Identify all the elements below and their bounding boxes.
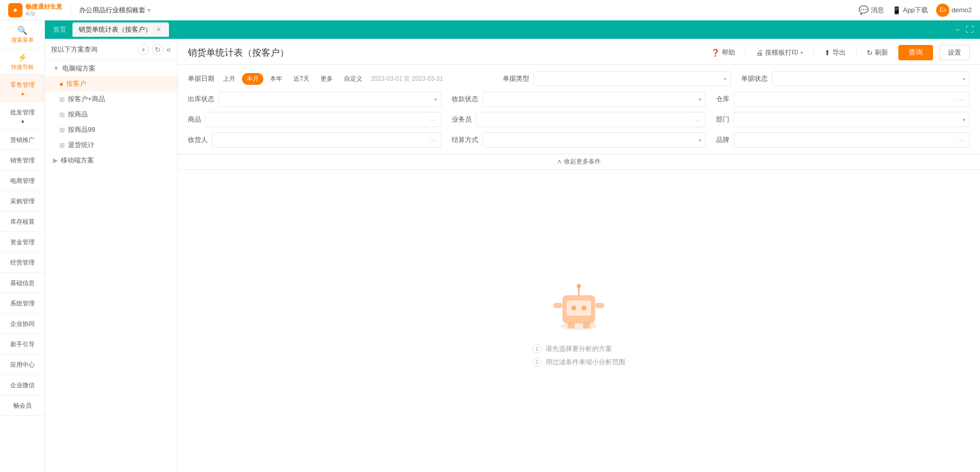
date-this-month[interactable]: 本月 [242,73,263,85]
brand-control: ··· [733,132,970,148]
doc-status-select[interactable]: ▾ [772,71,970,86]
filter-row-1: 单据日期 上月 本月 本年 近7天 更多 自定义 2023-03-01 至 20… [188,71,970,86]
product-control: ··· [205,112,442,127]
date-more[interactable]: 更多 [316,73,337,85]
print-btn[interactable]: 🖨 按模板打印 ▾ [752,46,807,59]
sidebar-item-purchase[interactable]: 采购管理 [0,191,44,211]
search-menu-btn[interactable]: 🔍 搜索菜单 [0,20,44,50]
department-select[interactable]: ▾ [733,112,970,127]
filter-area: 单据日期 上月 本月 本年 近7天 更多 自定义 2023-03-01 至 20… [178,65,980,154]
filter-row-2: 出库状态 ▾ 收款状态 [188,91,970,107]
sidebar-item-basic[interactable]: 基础信息 [0,273,44,293]
filter-row-4: 收货人 ··· 结算方式 [188,132,970,148]
sidebar-item-corp[interactable]: 企业协同 [0,314,44,334]
sidebar-item-finance[interactable]: 资金管理 [0,232,44,252]
refresh-btn[interactable]: ↻ 刷新 [863,46,892,59]
query-btn[interactable]: 查询 [898,45,933,60]
refresh-scheme-btn[interactable]: ↻ [152,44,163,55]
chevron-down-icon-2: ▾ [963,76,965,82]
brand-select[interactable]: ··· [733,132,970,148]
ellipsis-icon-3: ··· [693,116,701,124]
empty-tip-1: 1 请先选择要分析的方案 [532,344,625,353]
chart-icon: ⊞ [59,141,65,149]
quick-nav-btn[interactable]: ⚡ 快捷导航 [0,50,44,75]
receive-status-select[interactable]: ▾ [482,91,705,107]
sidebar-item-operation[interactable]: 经营管理 [0,252,44,273]
sidebar-item-sales[interactable]: 销售管理 [0,150,44,171]
date-custom[interactable]: 自定义 [339,73,367,85]
message-icon: 💬 [859,5,869,15]
system-title[interactable]: 办公用品行业模拟账套 ▾ [79,6,151,15]
tab-minimize-icon[interactable]: － [953,25,962,35]
warehouse-select[interactable]: ··· [733,91,970,107]
sidebar-item-newbie[interactable]: 新手引导 [0,334,44,355]
help-btn[interactable]: ❓ 帮助 [707,46,739,59]
tree-mobile-header[interactable]: ▶ 移动端方案 [45,153,177,168]
department-control: ▾ [733,112,970,127]
tab-maximize-icon[interactable]: ⛶ [966,25,974,34]
print-icon: 🖨 [756,49,763,57]
empty-tips: 1 请先选择要分析的方案 2 用过滤条件来缩小分析范围 [532,344,625,367]
ellipsis-icon: ··· [957,96,965,103]
sidebar-item-ecommerce[interactable]: 电商管理 [0,171,44,191]
product-select[interactable]: ··· [205,112,442,127]
date-last-month[interactable]: 上月 [218,73,240,85]
export-btn[interactable]: ⬆ 导出 [820,46,850,59]
user-area[interactable]: Ea demo2 [936,4,972,17]
collapse-panel-btn[interactable]: « [166,45,171,54]
sidebar-item-system[interactable]: 系统管理 [0,293,44,314]
settle-method-select[interactable]: ▾ [482,132,705,148]
tab-bar-actions: － ⛶ [953,25,978,35]
sidebar-item-retail[interactable]: 零售管理 ▲ [0,75,44,102]
tree-desktop-header[interactable]: ▼ 电脑端方案 [45,61,177,76]
sidebar-item-inventory[interactable]: 库存核算 [0,211,44,232]
collapse-filter-btn[interactable]: ∧ 收起更多条件 [178,154,980,170]
chevron-down-icon-6: ▾ [699,137,701,143]
page-title: 销货单统计表（按客户） [188,46,289,59]
empty-illustration [548,275,609,336]
warehouse-filter: 仓库 ··· [716,91,970,107]
tab-sales-stats[interactable]: 销货单统计表（按客户） ✕ [72,22,169,37]
sidebar-item-appcenter[interactable]: 应用中心 [0,355,44,375]
date-last-7[interactable]: 近7天 [289,73,314,85]
main-layout: 🔍 搜索菜单 ⚡ 快捷导航 零售管理 ▲ 批发管理 ▲ 营销推广 销售管理 电商… [0,20,980,472]
date-this-year[interactable]: 本年 [265,73,287,85]
tree-by-product[interactable]: ⊞ 按商品 [45,107,177,122]
tree-by-product99[interactable]: ⊞ 按商品99 [45,122,177,137]
tree-return-stats[interactable]: ⊞ 退货统计 [45,137,177,153]
refresh-icon: ↻ [867,49,873,57]
message-btn[interactable]: 💬 消息 [859,5,884,15]
svg-rect-11 [568,322,575,328]
sidebar-item-member[interactable]: 畅会员 [0,395,44,416]
empty-robot-svg [548,275,609,336]
tree-by-customer-product[interactable]: ⊞ 按客户+商品 [45,91,177,107]
ellipsis-icon-2: ··· [428,116,437,124]
sidebar-item-wholesale[interactable]: 批发管理 ▲ [0,102,44,130]
chevron-down-icon: ▾ [724,76,726,82]
app-download-btn[interactable]: 📱 App下载 [892,6,928,15]
sidebar-item-marketing[interactable]: 营销推广 [0,130,44,150]
ellipsis-icon-5: ··· [957,136,965,144]
salesperson-select[interactable]: ··· [476,112,705,127]
salesperson-control: ··· [476,112,705,127]
content-area: 首页 销货单统计表（按客户） ✕ － ⛶ 按以下方案查询 + [45,20,980,472]
chevron-down-icon-5: ▾ [963,117,965,123]
receiver-select[interactable]: ··· [212,132,442,148]
doc-type-filter: 单据类型 ▾ [503,71,731,86]
svg-rect-4 [567,300,591,316]
tab-bar: 首页 销货单统计表（按客户） ✕ － ⛶ [45,20,980,39]
settle-method-control: ▾ [482,132,705,148]
page-actions: ❓ 帮助 🖨 按模板打印 ▾ ⬆ 导出 [707,45,970,60]
settings-btn[interactable]: 设置 [939,45,970,60]
tab-close-btn[interactable]: ✕ [155,26,163,34]
tree-by-customer[interactable]: ● 按客户 [45,76,177,91]
tab-home[interactable]: 首页 [47,22,72,37]
svg-rect-9 [553,303,562,308]
svg-point-8 [577,284,581,288]
sidebar-item-corpwx[interactable]: 企业微信 [0,375,44,395]
doc-type-select[interactable]: ▾ [533,71,731,86]
grid-icon-2: ⊞ [59,111,65,119]
add-scheme-btn[interactable]: + [138,44,149,55]
out-status-select[interactable]: ▾ [218,91,442,107]
page-title-bar: 销货单统计表（按客户） ❓ 帮助 🖨 按模板打印 ▾ [178,39,980,65]
